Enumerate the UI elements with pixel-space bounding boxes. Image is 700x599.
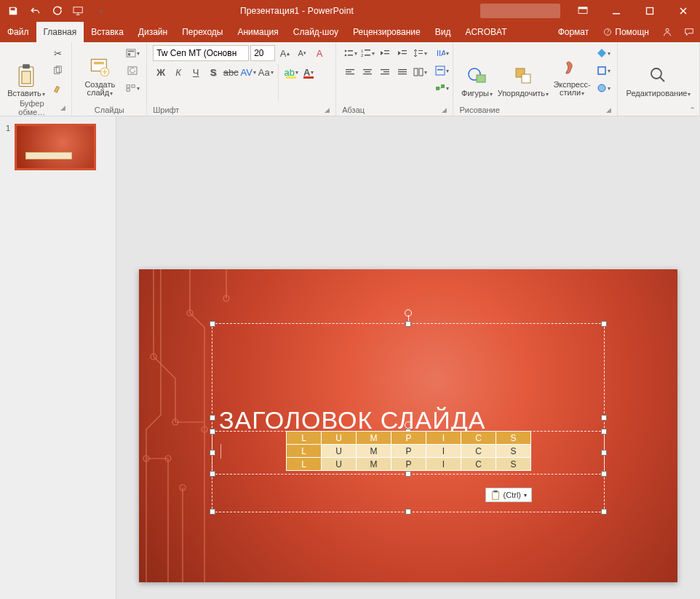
align-text-icon[interactable] <box>434 63 450 79</box>
shapes-button[interactable]: Фигуры <box>459 45 494 98</box>
tab-acrobat[interactable]: ACROBAT <box>458 22 514 42</box>
tab-format[interactable]: Формат <box>551 22 597 42</box>
maximize-button[interactable] <box>633 0 667 22</box>
r1c2[interactable]: M <box>357 445 391 458</box>
r2c0[interactable]: L <box>287 458 322 471</box>
increase-indent-icon[interactable] <box>394 45 410 61</box>
r2c5[interactable]: C <box>461 458 496 471</box>
reset-icon[interactable] <box>124 63 140 79</box>
th-5[interactable]: C <box>461 432 496 445</box>
clear-formatting-icon[interactable]: A <box>311 45 327 61</box>
r1c1[interactable]: U <box>322 445 357 458</box>
paste-button[interactable]: Вставить <box>6 45 47 98</box>
th-6[interactable]: S <box>496 432 531 445</box>
increase-font-icon[interactable]: A▴ <box>277 45 293 61</box>
format-painter-icon[interactable] <box>49 80 65 96</box>
find-icon <box>647 64 670 87</box>
cut-icon[interactable]: ✂ <box>49 45 65 61</box>
italic-icon[interactable]: К <box>170 64 186 80</box>
r1c0[interactable]: L <box>287 445 322 458</box>
th-0[interactable]: L <box>287 432 322 445</box>
r1c3[interactable]: P <box>391 445 426 458</box>
highlight-icon[interactable]: ab <box>283 64 299 80</box>
r1c4[interactable]: I <box>426 445 461 458</box>
qat-customize-icon[interactable] <box>90 1 111 21</box>
minimize-button[interactable] <box>600 0 633 22</box>
clipboard-dialog-launcher[interactable]: ◢ <box>60 104 65 111</box>
shape-fill-icon[interactable] <box>595 45 611 61</box>
tell-me[interactable]: Помощн <box>596 22 656 42</box>
tab-animation[interactable]: Анимация <box>230 22 285 42</box>
start-slideshow-icon[interactable] <box>68 1 89 21</box>
tab-insert[interactable]: Вставка <box>84 22 131 42</box>
r1c6[interactable]: S <box>496 445 531 458</box>
shape-outline-icon[interactable] <box>595 63 611 79</box>
align-left-icon[interactable] <box>342 64 358 80</box>
align-center-icon[interactable] <box>359 64 375 80</box>
r1c5[interactable]: C <box>461 445 496 458</box>
tab-slideshow[interactable]: Слайд-шоу <box>286 22 346 42</box>
undo-icon[interactable] <box>25 1 45 21</box>
redo-icon[interactable] <box>47 1 67 21</box>
tab-file[interactable]: Файл <box>0 22 36 42</box>
strikethrough-icon[interactable]: abc <box>223 64 239 80</box>
share-icon[interactable] <box>656 22 678 42</box>
font-dialog-launcher[interactable]: ◢ <box>325 106 330 114</box>
close-button[interactable] <box>667 0 700 22</box>
font-color-icon[interactable]: A <box>301 64 317 80</box>
th-3[interactable]: P <box>391 432 426 445</box>
r2c3[interactable]: P <box>391 458 426 471</box>
numbering-icon[interactable]: 12 <box>359 45 375 61</box>
font-name-input[interactable] <box>153 45 249 61</box>
char-spacing-icon[interactable]: AV <box>240 64 256 80</box>
justify-icon[interactable] <box>394 64 410 80</box>
svg-rect-30 <box>384 50 389 51</box>
section-icon[interactable] <box>124 80 140 96</box>
bullets-icon[interactable] <box>342 45 358 61</box>
arrange-button[interactable]: Упорядочить <box>498 45 549 98</box>
tab-review[interactable]: Рецензирование <box>346 22 428 42</box>
bold-icon[interactable]: Ж <box>153 64 169 80</box>
smartart-icon[interactable] <box>434 80 450 96</box>
r2c1[interactable]: U <box>322 458 357 471</box>
slide-table[interactable]: L U M P I C S L U M P I C <box>286 431 531 471</box>
new-slide-button[interactable]: Создать слайд <box>78 45 122 98</box>
r2c6[interactable]: S <box>496 458 531 471</box>
save-icon[interactable] <box>3 1 23 21</box>
decrease-font-icon[interactable]: A▾ <box>294 45 310 61</box>
drawing-dialog-launcher[interactable]: ◢ <box>606 106 611 114</box>
svg-point-24 <box>344 55 346 57</box>
r2c4[interactable]: I <box>426 458 461 471</box>
r2c2[interactable]: M <box>357 458 391 471</box>
underline-icon[interactable]: Ч <box>188 64 204 80</box>
th-4[interactable]: I <box>426 432 461 445</box>
shape-effects-icon[interactable] <box>595 80 611 96</box>
svg-point-22 <box>344 50 346 52</box>
editing-button[interactable]: Редактирование <box>624 45 693 98</box>
svg-rect-46 <box>398 71 407 72</box>
tab-design[interactable]: Дизайн <box>131 22 175 42</box>
shadow-icon[interactable]: S <box>205 64 221 80</box>
decrease-indent-icon[interactable] <box>377 45 393 61</box>
text-direction-icon[interactable]: ІІА <box>434 45 450 61</box>
change-case-icon[interactable]: Aa <box>258 64 274 80</box>
tab-home[interactable]: Главная <box>36 22 84 42</box>
font-size-input[interactable] <box>250 45 275 61</box>
line-spacing-icon[interactable] <box>412 45 428 61</box>
comments-icon[interactable] <box>678 22 700 42</box>
paragraph-dialog-launcher[interactable]: ◢ <box>442 106 447 114</box>
th-2[interactable]: M <box>357 432 391 445</box>
paste-options-badge[interactable]: (Ctrl) ▾ <box>485 488 532 502</box>
th-1[interactable]: U <box>322 432 357 445</box>
slide-thumbnail-1[interactable] <box>15 124 96 170</box>
columns-icon[interactable] <box>412 64 428 80</box>
tab-transitions[interactable]: Переходы <box>175 22 230 42</box>
ribbon-display-options-icon[interactable] <box>566 0 600 22</box>
tab-view[interactable]: Вид <box>428 22 458 42</box>
quick-styles-button[interactable]: Экспресс-стили <box>552 45 592 98</box>
layout-icon[interactable] <box>124 45 140 61</box>
align-right-icon[interactable] <box>377 64 393 80</box>
slide-canvas[interactable]: ЗАГОЛОВОК СЛАЙДА L U M P <box>139 269 677 582</box>
copy-icon[interactable] <box>49 63 65 79</box>
collapse-ribbon-icon[interactable]: ⌃ <box>689 106 696 115</box>
